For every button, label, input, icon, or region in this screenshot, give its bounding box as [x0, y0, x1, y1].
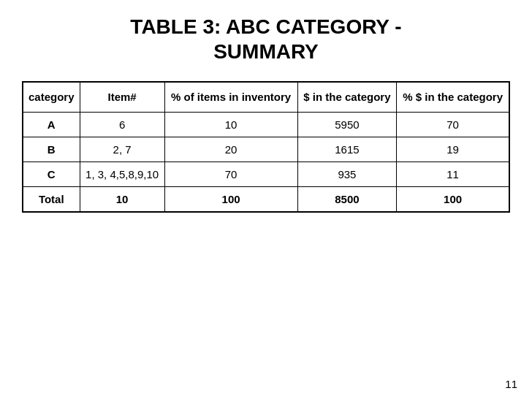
- abc-category-table: category Item# % of items in inventory $…: [22, 81, 510, 213]
- table-cell-r2-c4: 11: [397, 162, 509, 186]
- table-cell-r2-c2: 70: [164, 162, 297, 186]
- table-cell-r3-c4: 100: [397, 186, 509, 212]
- col-header-pct-dollar: % $ in the category: [397, 82, 509, 112]
- table-cell-r2-c3: 935: [297, 162, 397, 186]
- table-row: Total101008500100: [23, 186, 509, 212]
- table-cell-r0-c4: 70: [397, 112, 509, 137]
- table-cell-r1-c2: 20: [164, 137, 297, 162]
- table-wrapper: category Item# % of items in inventory $…: [22, 81, 510, 213]
- table-row: A610595070: [23, 112, 509, 137]
- table-cell-r3-c0: Total: [23, 186, 80, 212]
- table-cell-r0-c3: 5950: [297, 112, 397, 137]
- table-cell-r0-c2: 10: [164, 112, 297, 137]
- table-cell-r0-c0: A: [23, 112, 80, 137]
- table-cell-r3-c3: 8500: [297, 186, 397, 212]
- col-header-pct-items: % of items in inventory: [164, 82, 297, 112]
- table-cell-r2-c0: C: [23, 162, 80, 186]
- table-row: B2, 720161519: [23, 137, 509, 162]
- table-cell-r1-c1: 2, 7: [80, 137, 164, 162]
- col-header-dollar: $ in the category: [297, 82, 397, 112]
- col-header-category: category: [23, 82, 80, 112]
- table-cell-r3-c1: 10: [80, 186, 164, 212]
- table-cell-r1-c3: 1615: [297, 137, 397, 162]
- table-row: C1, 3, 4,5,8,9,107093511: [23, 162, 509, 186]
- table-cell-r1-c4: 19: [397, 137, 509, 162]
- table-cell-r0-c1: 6: [80, 112, 164, 137]
- col-header-item: Item#: [80, 82, 164, 112]
- table-header-row: category Item# % of items in inventory $…: [23, 82, 509, 112]
- page-container: TABLE 3: ABC CATEGORY - SUMMARY category…: [0, 0, 532, 399]
- page-number: 11: [505, 378, 517, 390]
- table-cell-r1-c0: B: [23, 137, 80, 162]
- table-cell-r3-c2: 100: [164, 186, 297, 212]
- table-cell-r2-c1: 1, 3, 4,5,8,9,10: [80, 162, 164, 186]
- page-title: TABLE 3: ABC CATEGORY - SUMMARY: [130, 15, 401, 64]
